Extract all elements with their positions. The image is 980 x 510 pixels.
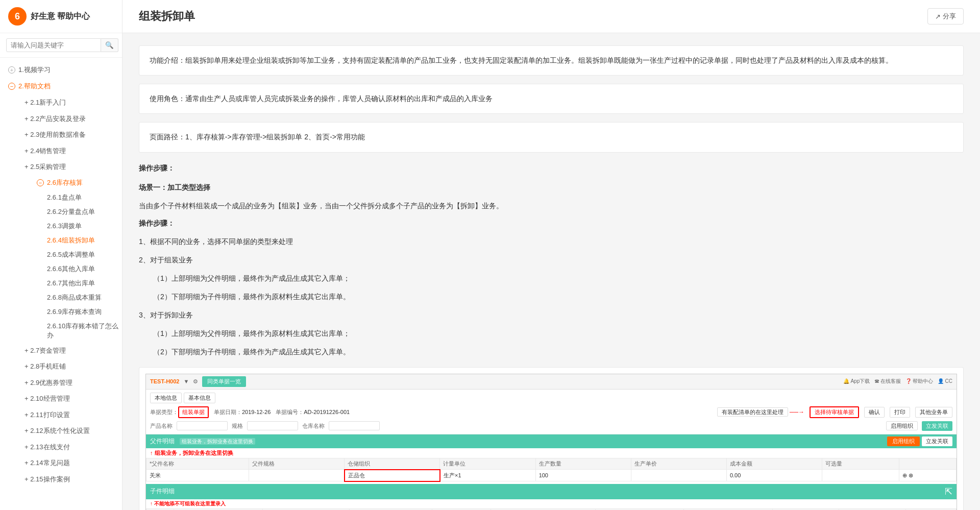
- sidebar-item-ledger-error[interactable]: 2.6.10库存账本错了怎么办: [47, 319, 122, 343]
- mock-top-bar: TEST-H002 ▼ ⚙ 同类单据一览 🔔 App下载 ☎ 在线客服 ❓ 帮助…: [146, 374, 957, 390]
- sidebar-item-video[interactable]: + 1.视频学习: [0, 62, 122, 78]
- sidebar-item-other-out[interactable]: 2.6.7其他出库单: [47, 276, 122, 290]
- collapse-icon: −: [8, 83, 15, 90]
- operations-section: 操作步骤： 场景一：加工类型选择 当由多个子件材料组装成一个成品的业务为【组装】…: [139, 161, 964, 359]
- sidebar-item-ledger-query[interactable]: 2.6.9库存账本查询: [47, 305, 122, 319]
- expand-icon: +: [8, 66, 15, 74]
- mock-upper-table: 父件明细 组装业务，拆卸业务在这里切换 启用组织 立发关联 ↑ 组装业务，拆卸业…: [146, 434, 957, 484]
- path-block: 页面路径：1、库存核算->库存管理->组装拆卸单 2、首页->常用功能: [139, 122, 964, 152]
- sidebar-item-install[interactable]: + 2.2产品安装及登录: [18, 111, 122, 127]
- sidebar: 6 好生意 帮助中心 🔍 + 1.视频学习 − 2.帮助文档 + 2.1新手入门: [0, 0, 122, 510]
- content-area: 功能介绍：组装拆卸单用来处理企业组装或拆卸等加工业务，支持有固定装配清单的产品加…: [122, 33, 980, 510]
- sidebar-item-purchase[interactable]: + 2.5采购管理: [18, 159, 122, 175]
- app-title: 好生意 帮助中心: [31, 11, 90, 22]
- mock-doc-header: 本地信息 基本信息 单据类型：组装单据 单据日期：2019-12-26 单据编号…: [146, 390, 957, 434]
- role-block: 使用角色：通常由生产人员或库管人员完成拆装业务的操作，库管人员确认原材料的出库和…: [139, 84, 964, 114]
- screenshot-container: TEST-H002 ▼ ⚙ 同类单据一览 🔔 App下载 ☎ 在线客服 ❓ 帮助…: [139, 367, 964, 510]
- sidebar-item-coupon[interactable]: + 2.9优惠券管理: [18, 375, 122, 391]
- sidebar-item-stocktake[interactable]: 2.6.1盘点单: [47, 190, 122, 205]
- sidebar-item-sales[interactable]: + 2.4销售管理: [18, 143, 122, 159]
- intro-block: 功能介绍：组装拆卸单用来处理企业组装或拆卸等加工业务，支持有固定装配清单的产品加…: [139, 45, 964, 76]
- sidebar-item-mobile[interactable]: + 2.8手机旺铺: [18, 358, 122, 375]
- sidebar-nav: + 1.视频学习 − 2.帮助文档 + 2.1新手入门 + 2.2产品安装及登录…: [0, 58, 122, 510]
- mock-form-fields: 单据类型：组装单据 单据日期：2019-12-26 单据编号：AD-201912…: [150, 406, 952, 418]
- mock-app-id: TEST-H002: [150, 378, 179, 384]
- nav-group-2: − 2.帮助文档 + 2.1新手入门 + 2.2产品安装及登录 + 2.3使用前…: [0, 78, 122, 487]
- share-icon: ↗: [935, 13, 941, 20]
- nav-group-1: + 1.视频学习: [0, 62, 122, 78]
- search-button[interactable]: 🔍: [101, 38, 118, 52]
- search-bar: 🔍: [0, 33, 122, 58]
- mock-lower-table: 子件明细 ⇱ ↑ 不能地添不可组装在这里置录入 # *子件名称 规格/型号 仓储…: [146, 484, 957, 510]
- mock-screen: TEST-H002 ▼ ⚙ 同类单据一览 🔔 App下载 ☎ 在线客服 ❓ 帮助…: [145, 374, 957, 510]
- sidebar-item-assembly[interactable]: 2.6.4组装拆卸单: [47, 233, 122, 248]
- sidebar-item-system[interactable]: + 2.12系统个性化设置: [18, 423, 122, 439]
- main-content: 组装拆卸单 ↗ 分享 功能介绍：组装拆卸单用来处理企业组装或拆卸等加工业务，支持…: [122, 0, 980, 510]
- page-title: 组装拆卸单: [139, 9, 195, 24]
- search-input[interactable]: [6, 38, 101, 52]
- sidebar-header: 6 好生意 帮助中心: [0, 0, 122, 33]
- sidebar-item-finance[interactable]: + 2.7资金管理: [18, 343, 122, 359]
- sidebar-item-cost-recalc[interactable]: 2.6.8商品成本重算: [47, 290, 122, 305]
- sidebar-item-other-in[interactable]: 2.6.6其他入库单: [47, 262, 122, 276]
- sidebar-item-operations[interactable]: + 2.10经营管理: [18, 391, 122, 407]
- sidebar-item-help-docs[interactable]: − 2.帮助文档: [0, 78, 122, 94]
- sidebar-item-transfer[interactable]: 2.6.3调拨单: [47, 219, 122, 233]
- sidebar-item-cost-adjust[interactable]: 2.6.5成本调整单: [47, 248, 122, 262]
- sidebar-item-cases[interactable]: + 2.15操作案例: [18, 471, 122, 488]
- sidebar-item-print[interactable]: + 2.11打印设置: [18, 407, 122, 423]
- collapse-sub-icon: −: [37, 179, 44, 186]
- mock-upper-table-data: *父件名称 父件规格 仓储组织 计量单位 生产数量 生产单价 成本金额 可选量: [146, 458, 957, 482]
- sidebar-item-data-prep[interactable]: + 2.3使用前数据准备: [18, 127, 122, 143]
- nav-sub-inventory: 2.6.1盘点单 2.6.2分量盘点单 2.6.3调拨单 2.6.4组装拆卸单 …: [18, 190, 122, 343]
- mock-new-tab: 同类单据一览: [202, 376, 246, 387]
- sidebar-item-inventory[interactable]: − 2.6库存核算: [18, 175, 122, 190]
- sidebar-item-partial-stocktake[interactable]: 2.6.2分量盘点单: [47, 205, 122, 219]
- main-header: 组装拆卸单 ↗ 分享: [122, 0, 980, 33]
- share-button[interactable]: ↗ 分享: [927, 8, 964, 25]
- sidebar-item-online-pay[interactable]: + 2.13在线支付: [18, 439, 122, 455]
- annotation-fill: ↑ 不能地添不可组装在这里置录入: [146, 499, 957, 508]
- nav-sub-help: + 2.1新手入门 + 2.2产品安装及登录 + 2.3使用前数据准备 + 2.…: [0, 94, 122, 487]
- sidebar-item-beginner[interactable]: + 2.1新手入门: [18, 94, 122, 111]
- mock-tabs: 本地信息 基本信息: [150, 393, 952, 403]
- mock-lower-table-data: # *子件名称 规格/型号 仓储组织 品类 *计划单位量 *计划单价 *成本金额…: [146, 508, 957, 510]
- sidebar-item-faq[interactable]: + 2.14常见问题: [18, 455, 122, 471]
- app-logo: 6: [8, 7, 27, 26]
